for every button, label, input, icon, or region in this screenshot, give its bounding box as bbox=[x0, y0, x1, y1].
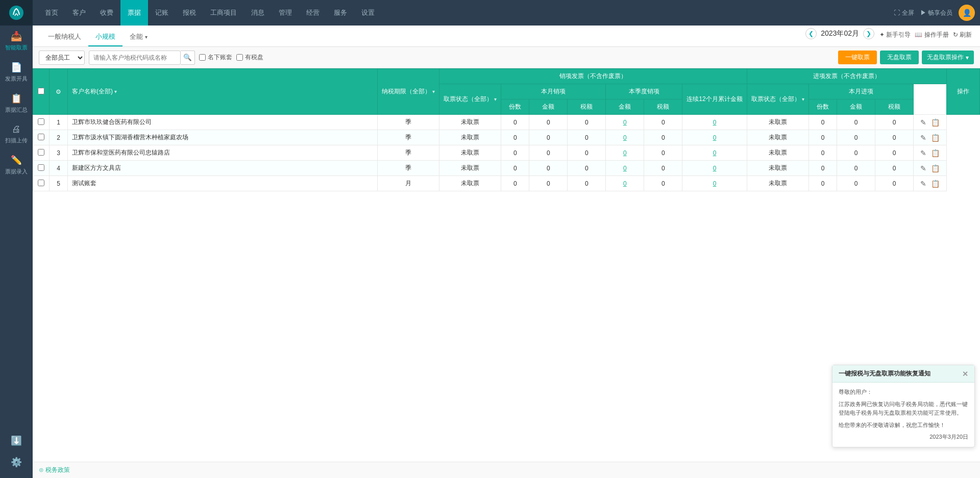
row-s-month-tax: 0 bbox=[568, 130, 606, 145]
nav-business[interactable]: 工商项目 bbox=[203, 0, 244, 26]
row-checkbox[interactable] bbox=[38, 180, 44, 186]
smart-fetch-icon: 📥 bbox=[11, 31, 22, 42]
row-s-month-tax: 0 bbox=[568, 161, 606, 176]
dropdown-arrow-icon: ▾ bbox=[966, 54, 969, 61]
app-logo[interactable] bbox=[0, 0, 33, 26]
no-disk-operations-btn[interactable]: 无盘取票操作 ▾ bbox=[922, 51, 974, 64]
notification-close-btn[interactable]: ✕ bbox=[962, 370, 968, 378]
sidebar-item-invoice-entry[interactable]: ✏️ 票据录入 bbox=[0, 149, 33, 181]
row-p-month-copies: 0 bbox=[809, 145, 837, 161]
sidebar-item-scan-upload[interactable]: 🖨 扫描上传 bbox=[0, 119, 33, 149]
prev-month-btn[interactable]: ❮ bbox=[805, 28, 817, 39]
settings-icon[interactable]: ⚙ bbox=[56, 88, 61, 95]
row-checkbox[interactable] bbox=[38, 149, 44, 156]
subtabs-row: 一般纳税人 小规模 全能 ▾ ❮ 2023年02月 ❯ ✦ 新手引导 📖 操作手… bbox=[33, 26, 980, 47]
th-p-month-tax: 税额 bbox=[875, 99, 914, 115]
fullscreen-btn[interactable]: ⛶ 全屏 bbox=[894, 9, 914, 17]
nav-customer[interactable]: 客户 bbox=[65, 0, 93, 26]
tax-policy-link[interactable]: ⊙ 税务政策 bbox=[39, 466, 70, 474]
nav-tax[interactable]: 报税 bbox=[176, 0, 203, 26]
manual-btn[interactable]: 📖 操作手册 bbox=[915, 31, 948, 39]
subtabs-right-actions: ✦ 新手引导 📖 操作手册 ↻ 刷新 bbox=[879, 31, 972, 39]
row-s-quarter-amount: 0 bbox=[606, 115, 644, 130]
row-s-quarter-tax: 0 bbox=[644, 176, 682, 191]
th-sales-section: 销项发票（不含作废票） bbox=[439, 69, 747, 84]
sub-account-checkbox-label[interactable]: 名下账套 bbox=[199, 53, 232, 62]
row-s-month-copies: 0 bbox=[501, 130, 529, 145]
sidebar-item-settings[interactable]: ⚙️ bbox=[0, 451, 33, 473]
sidebar-item-smart-fetch[interactable]: 📥 智能取票 bbox=[0, 26, 33, 57]
th-s-quarter-tax: 税额 bbox=[644, 99, 682, 115]
tab-small[interactable]: 小规模 bbox=[88, 28, 122, 46]
row-num: 4 bbox=[50, 161, 68, 176]
user-avatar[interactable]: 👤 bbox=[959, 5, 975, 21]
row-checkbox-cell bbox=[33, 161, 50, 176]
detail-icon[interactable]: 📋 bbox=[931, 180, 940, 188]
sidebar-item-invoice-summary[interactable]: 📋 票据汇总 bbox=[0, 88, 33, 119]
filter-icon3[interactable]: ▾ bbox=[494, 96, 497, 102]
row-p-month-copies: 0 bbox=[809, 161, 837, 176]
no-disk-fetch-btn[interactable]: 无盘取票 bbox=[880, 51, 919, 64]
search-button[interactable]: 🔍 bbox=[181, 51, 195, 65]
nav-billing[interactable]: 收费 bbox=[93, 0, 120, 26]
row-s-quarter-amount: 0 bbox=[606, 130, 644, 145]
row-p-fetch-status: 未取票 bbox=[747, 176, 808, 191]
detail-icon[interactable]: 📋 bbox=[931, 164, 940, 172]
nav-bookkeeping[interactable]: 记账 bbox=[148, 0, 176, 26]
row-action: ✎ 📋 bbox=[914, 176, 947, 191]
bottom-bar[interactable]: ⊙ 税务政策 bbox=[33, 462, 980, 478]
th-s-month-copies: 份数 bbox=[501, 99, 529, 115]
row-s-cumulative: 0 bbox=[682, 145, 747, 161]
detail-icon[interactable]: 📋 bbox=[931, 134, 940, 142]
sidebar-item-download[interactable]: ⬇️ bbox=[0, 430, 33, 451]
filter-icon[interactable]: ▾ bbox=[114, 89, 117, 94]
row-checkbox[interactable] bbox=[38, 134, 44, 140]
sub-account-checkbox[interactable] bbox=[199, 54, 206, 61]
edit-icon[interactable]: ✎ bbox=[920, 149, 926, 157]
vip-btn[interactable]: ▶ 畅享会员 bbox=[920, 9, 952, 17]
row-checkbox-cell bbox=[33, 145, 50, 161]
row-p-month-tax: 0 bbox=[875, 161, 914, 176]
sidebar-item-label: 票据录入 bbox=[5, 168, 28, 175]
nav-settings[interactable]: 设置 bbox=[354, 0, 382, 26]
row-s-quarter-tax: 0 bbox=[644, 130, 682, 145]
row-s-cumulative: 0 bbox=[682, 176, 747, 191]
row-checkbox[interactable] bbox=[38, 118, 44, 125]
row-checkbox[interactable] bbox=[38, 164, 44, 171]
th-tax-period: 纳税期限（全部） ▾ bbox=[377, 69, 439, 115]
employee-filter-select[interactable]: 全部员工 bbox=[39, 51, 85, 65]
tax-plate-checkbox[interactable] bbox=[236, 54, 243, 61]
row-num: 1 bbox=[50, 115, 68, 130]
edit-icon[interactable]: ✎ bbox=[920, 134, 926, 142]
nav-invoice[interactable]: 票据 bbox=[120, 0, 148, 26]
filter-icon2[interactable]: ▾ bbox=[432, 89, 435, 94]
row-checkbox-cell bbox=[33, 115, 50, 130]
nav-service[interactable]: 服务 bbox=[327, 0, 354, 26]
sidebar-item-issue-invoice[interactable]: 📄 发票开具 bbox=[0, 57, 33, 88]
new-guide-btn[interactable]: ✦ 新手引导 bbox=[879, 31, 911, 39]
tax-plate-checkbox-label[interactable]: 有税盘 bbox=[236, 53, 263, 62]
nav-home[interactable]: 首页 bbox=[38, 0, 65, 26]
detail-icon[interactable]: 📋 bbox=[931, 149, 940, 157]
edit-icon[interactable]: ✎ bbox=[920, 180, 926, 188]
search-input[interactable] bbox=[89, 51, 181, 65]
tab-all[interactable]: 全能 ▾ bbox=[122, 28, 155, 46]
th-cumulative: 连续12个月累计金额 bbox=[682, 84, 747, 115]
refresh-btn[interactable]: ↻ 刷新 bbox=[953, 31, 972, 39]
current-date: 2023年02月 bbox=[821, 29, 859, 38]
th-p-month-copies: 份数 bbox=[809, 99, 837, 115]
row-sales-fetch-status: 未取票 bbox=[439, 176, 501, 191]
nav-message[interactable]: 消息 bbox=[244, 0, 272, 26]
tab-general[interactable]: 一般纳税人 bbox=[41, 28, 88, 46]
next-month-btn[interactable]: ❯ bbox=[863, 28, 874, 39]
one-click-fetch-btn[interactable]: 一键取票 bbox=[838, 51, 877, 64]
edit-icon[interactable]: ✎ bbox=[920, 164, 926, 172]
edit-icon[interactable]: ✎ bbox=[920, 118, 926, 127]
select-all-checkbox[interactable] bbox=[38, 88, 44, 94]
filter-icon4[interactable]: ▾ bbox=[802, 96, 804, 102]
nav-operations[interactable]: 经营 bbox=[299, 0, 327, 26]
detail-icon[interactable]: 📋 bbox=[931, 118, 940, 127]
nav-management[interactable]: 管理 bbox=[272, 0, 299, 26]
row-s-month-copies: 0 bbox=[501, 145, 529, 161]
row-p-month-amount: 0 bbox=[837, 115, 875, 130]
